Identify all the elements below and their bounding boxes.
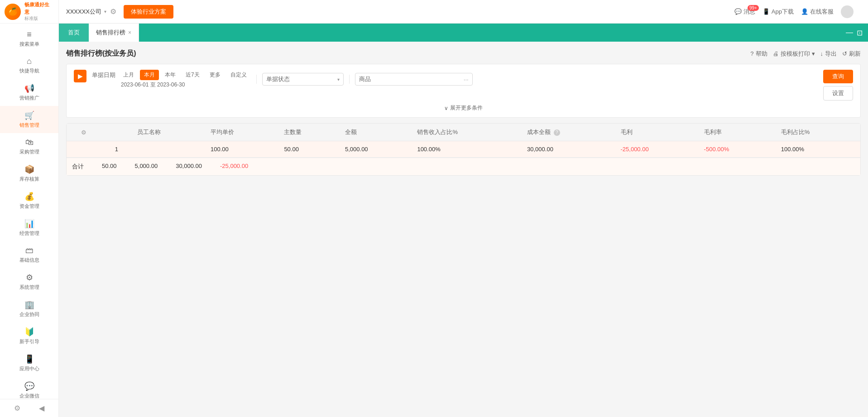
print-label: 按模板打印 [781,50,810,58]
date-btn-7days[interactable]: 近7天 [182,70,204,80]
settings-button[interactable]: 设置 [823,86,853,101]
refresh-button[interactable]: ↺ 刷新 [842,50,861,58]
tab-home-label: 首页 [68,29,80,37]
print-chevron-icon: ▾ [812,50,815,57]
app-label: App下载 [772,8,794,16]
sidebar-item-label: 新手引导 [19,338,39,345]
main-content: 销售排行榜(按业务员) ? 帮助 🖨 按模板打印 ▾ ↓ 导出 ↺ 刷新 [59,42,868,417]
filter-main-row: ▶ 单据日期 上月 本月 本年 近7天 更多 自定义 [74,70,853,101]
filter-toggle-button[interactable]: ▶ [74,70,86,82]
query-button[interactable]: 查询 [823,70,853,83]
service-icon: 👤 [801,8,808,15]
sidebar-item-basic-info[interactable]: 🗃 基础信息 [0,241,58,268]
logo-text-group: 畅康通好生意 标准版 [24,1,54,22]
sidebar-item-purchase[interactable]: 🛍 采购管理 [0,133,58,160]
goods-filter-more-icon[interactable]: ··· [464,76,469,83]
app-center-icon: 📱 [24,354,34,364]
home-icon: ⌂ [27,57,32,66]
sidebar-item-label: 快捷导航 [19,67,39,74]
filter-fields: 单据日期 上月 本月 本年 近7天 更多 自定义 2023-06-01 至 20… [92,70,812,89]
print-icon: 🖨 [773,50,779,57]
company-selector[interactable]: XXXXXX公司 ▾ [66,8,106,16]
table-footer: 合计 50.00 5,000.00 30,000.00 -25,000.00 [67,158,860,175]
sidebar-item-guide[interactable]: 🔰 新手引导 [0,322,58,350]
tab-bar-right: — ⊡ [840,24,868,42]
page-header: 销售排行榜(按业务员) ? 帮助 🖨 按模板打印 ▾ ↓ 导出 ↺ 刷新 [66,49,861,58]
help-label: 帮助 [756,50,767,58]
sidebar-item-label: 应用中心 [19,365,39,372]
date-btn-last-month[interactable]: 上月 [119,70,138,80]
page-title: 销售排行榜(按业务员) [66,49,136,58]
sidebar-item-inventory[interactable]: 📦 库存核算 [0,160,58,187]
help-icon: ? [750,50,753,57]
search-menu-icon: ≡ [27,30,32,39]
td-employee [132,141,205,158]
sales-icon: 🛒 [24,110,34,120]
table-header-row: ⚙ 员工名称 平均单价 主数量 全额 销售收入占比% 成本全额 ? 毛利 毛利率 [67,124,860,141]
sidebar-item-finance[interactable]: 💰 资金管理 [0,187,58,214]
footer-cost: 30,000.00 [176,163,202,171]
sidebar-item-wechat[interactable]: 💬 企业微信 [0,377,58,399]
help-button[interactable]: ? 帮助 [750,50,767,58]
cost-info-icon[interactable]: ? [554,129,560,136]
sidebar-item-marketing[interactable]: 📢 营销推广 [0,79,58,106]
sidebar-item-operations[interactable]: 📊 经营管理 [0,214,58,241]
td-cost: 30,000.00 [522,141,615,158]
app-download-button[interactable]: 📱 App下载 [762,8,794,16]
date-btn-custom[interactable]: 自定义 [226,70,251,80]
date-btn-current-month[interactable]: 本月 [140,70,159,80]
avatar[interactable] [841,5,854,18]
filter-divider-1 [256,75,257,84]
td-qty: 50.00 [278,141,340,158]
tab-home[interactable]: 首页 [59,24,89,42]
tab-close-icon[interactable]: × [128,29,131,36]
gear-icon[interactable]: ⚙ [110,7,116,16]
tab-sales-ranking[interactable]: 销售排行榜 × [89,24,139,42]
export-icon: ↓ [820,50,824,57]
trial-button[interactable]: 体验行业方案 [124,5,173,19]
marketing-icon: 📢 [24,83,34,93]
sidebar-item-quick-nav[interactable]: ⌂ 快捷导航 [0,52,58,79]
export-label: 导出 [825,50,837,58]
tab-minimize-icon[interactable]: — [846,29,853,37]
th-qty: 主数量 [278,124,340,141]
service-label: 在线客服 [810,8,834,16]
sidebar-collapse-button[interactable]: ◀ [39,404,44,412]
sidebar-item-label: 销售管理 [19,122,39,129]
expand-more-button[interactable]: ∨ 展开更多条件 [74,104,853,112]
sidebar-item-label: 库存核算 [19,176,39,182]
sidebar-settings-button[interactable]: ⚙ [14,404,20,412]
sidebar-item-label: 经营管理 [19,230,39,237]
goods-filter[interactable]: 商品 ··· [355,73,473,86]
online-service-button[interactable]: 👤 在线客服 [801,8,834,16]
th-amount: 全额 [340,124,412,141]
table-row: 1 100.00 50.00 5,000.00 100.00% 30,000.0… [67,141,860,158]
date-btn-more[interactable]: 更多 [206,70,225,80]
sidebar-item-sales[interactable]: 🛒 销售管理 [0,106,58,133]
sidebar-item-app-center[interactable]: 📱 应用中心 [0,350,58,377]
export-button[interactable]: ↓ 导出 [820,50,837,58]
tab-maximize-icon[interactable]: ⊡ [857,29,863,37]
sidebar-logo: 🍊 畅康通好生意 标准版 [0,0,58,24]
td-rank: 1 [101,141,132,158]
sidebar-item-system[interactable]: ⚙ 系统管理 [0,268,58,295]
operations-icon: 📊 [24,219,34,229]
purchase-icon: 🛍 [25,138,34,147]
sidebar: 🍊 畅康通好生意 标准版 ≡ 搜索菜单 ⌂ 快捷导航 📢 营销推广 🛒 销售管理… [0,0,59,417]
message-icon: 💬 [734,8,742,15]
sidebar-item-label: 系统管理 [19,284,39,291]
basic-info-icon: 🗃 [25,246,34,255]
sidebar-item-enterprise[interactable]: 🏢 企业协同 [0,295,58,322]
td-gross: -25,000.00 [615,141,699,158]
status-filter[interactable]: 单据状态 ▾ [262,73,344,86]
message-button[interactable]: 💬 消息 99+ [734,8,755,16]
footer-amount: 5,000.00 [135,163,158,171]
date-btn-current-year[interactable]: 本年 [161,70,180,80]
th-settings[interactable]: ⚙ [67,124,101,141]
sidebar-nav: ≡ 搜索菜单 ⌂ 快捷导航 📢 营销推广 🛒 销售管理 🛍 采购管理 📦 库存核… [0,24,58,399]
th-rank [101,124,132,141]
print-button[interactable]: 🖨 按模板打印 ▾ [773,50,815,58]
sidebar-item-search[interactable]: ≡ 搜索菜单 [0,25,58,52]
status-chevron-icon: ▾ [337,77,340,82]
date-buttons: 上月 本月 本年 近7天 更多 自定义 [119,70,251,80]
